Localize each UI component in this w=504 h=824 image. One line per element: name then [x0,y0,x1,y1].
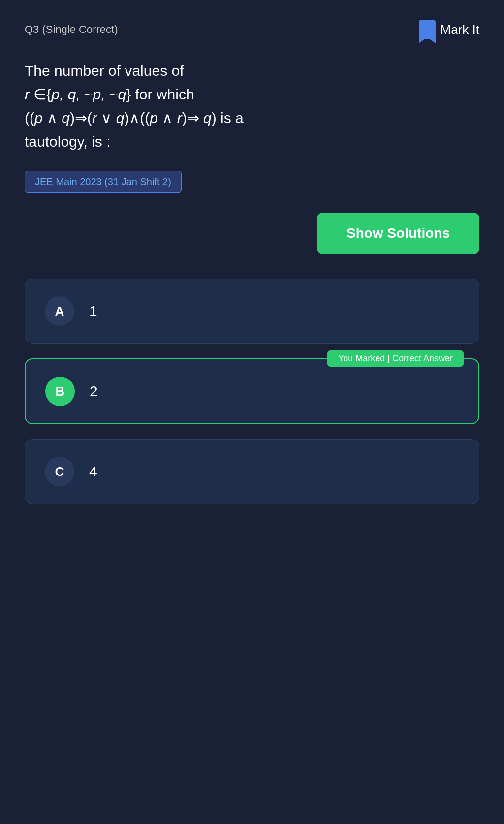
question-text: The number of values of r ∈{p, q, ~p, ~q… [25,59,479,154]
option-c-value: 4 [89,463,97,480]
correct-answer-badge: You Marked | Correct Answer [327,350,464,367]
question-line-4: tautology, is : [25,130,479,154]
show-solutions-button[interactable]: Show Solutions [317,213,479,254]
option-a-value: 1 [89,303,97,319]
option-c-card[interactable]: C 4 [25,439,479,504]
bookmark-icon [419,20,436,39]
question-line-2: r ∈{p, q, ~p, ~q} for which [25,83,479,106]
mark-it-label: Mark It [441,22,479,37]
question-header: Q3 (Single Correct) Mark It [25,20,479,39]
question-line-1: The number of values of [25,59,479,83]
option-a-circle: A [45,296,74,326]
option-c-circle: C [45,457,74,486]
options-container: A 1 You Marked | Correct Answer B 2 C 4 [25,279,479,504]
option-b-circle: B [45,377,75,406]
option-a-card[interactable]: A 1 [25,279,479,344]
option-b-card[interactable]: You Marked | Correct Answer B 2 [25,358,479,424]
question-label: Q3 (Single Correct) [25,23,118,36]
question-line-3: ((p ∧ q)⇒(r ∨ q)∧((p ∧ r)⇒ q) is a [25,106,479,130]
option-b-value: 2 [90,383,98,400]
mark-it-button[interactable]: Mark It [419,20,479,39]
tag-badge: JEE Main 2023 (31 Jan Shift 2) [25,171,182,193]
